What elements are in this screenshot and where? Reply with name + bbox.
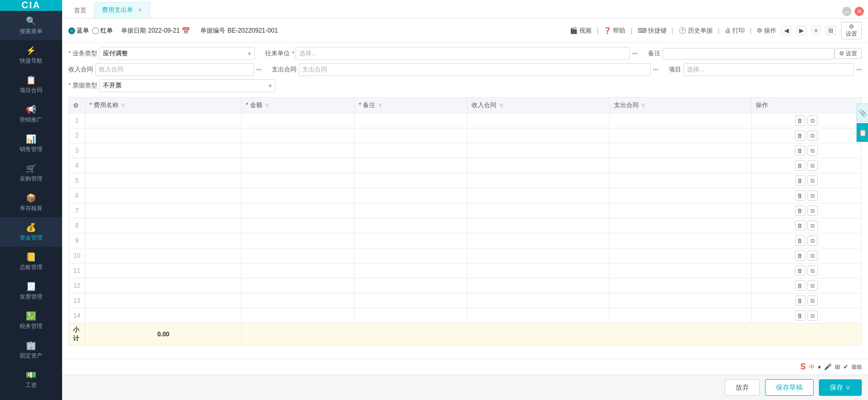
cell-income-contract[interactable] <box>467 248 609 263</box>
cell-income-contract[interactable] <box>467 128 609 143</box>
row-copy-button[interactable]: ⧉ <box>807 250 818 261</box>
nav-right[interactable]: ▶ <box>797 26 806 35</box>
cell-expense-contract[interactable] <box>609 233 751 248</box>
row-copy-button[interactable]: ⧉ <box>807 280 818 291</box>
shortcut-action[interactable]: ⌨ 快捷键 <box>638 26 667 35</box>
sidebar-item-operations[interactable]: 📈 经营管理 <box>0 394 62 400</box>
row-delete-button[interactable]: 🗑 <box>795 145 805 156</box>
sidebar-item-project[interactable]: 📋 项目合同 <box>0 70 62 99</box>
save-draft-button[interactable]: 保存草稿 <box>765 379 814 396</box>
row-copy-button[interactable]: ⧉ <box>807 295 818 306</box>
cell-expense-contract[interactable] <box>609 218 751 233</box>
sidebar-item-tax[interactable]: 💹 税务管理 <box>0 306 62 335</box>
cell-income-contract[interactable] <box>467 308 609 323</box>
cell-name[interactable] <box>85 188 242 203</box>
table-settings-col[interactable]: ⚙ <box>69 98 85 113</box>
cell-note[interactable] <box>355 278 467 293</box>
footer-icon-s[interactable]: S <box>800 362 806 372</box>
cell-note[interactable] <box>355 233 467 248</box>
cell-note[interactable] <box>355 158 467 173</box>
calendar-icon[interactable]: 📅 <box>182 27 190 35</box>
footer-icon-grid2[interactable]: ⊞⊞ <box>851 363 862 371</box>
cell-amount[interactable] <box>242 233 355 248</box>
window-minimize-button[interactable]: — <box>842 7 851 16</box>
cell-expense-contract[interactable] <box>609 248 751 263</box>
cell-income-contract[interactable] <box>467 158 609 173</box>
row-copy-button[interactable]: ⧉ <box>807 265 818 276</box>
cell-note[interactable] <box>355 248 467 263</box>
row-copy-button[interactable]: ⧉ <box>807 205 818 216</box>
row-delete-button[interactable]: 🗑 <box>795 220 805 231</box>
sidebar-item-search[interactable]: 🔍 搜索菜单 <box>0 11 62 40</box>
cell-note[interactable] <box>355 128 467 143</box>
sort-expense[interactable]: ⇅ <box>641 103 645 108</box>
row-delete-button[interactable]: 🗑 <box>795 235 805 246</box>
sort-note[interactable]: ⇅ <box>378 103 382 108</box>
income-contract-more[interactable]: ••• <box>256 67 262 72</box>
row-copy-button[interactable]: ⧉ <box>807 130 818 141</box>
cell-amount[interactable] <box>242 248 355 263</box>
sidebar-item-inventory[interactable]: 📦 库存核算 <box>0 188 62 217</box>
red-radio-label[interactable]: 红单 <box>92 26 113 35</box>
cell-income-contract[interactable] <box>467 188 609 203</box>
row-delete-button[interactable]: 🗑 <box>795 295 805 306</box>
cell-income-contract[interactable] <box>467 233 609 248</box>
cell-income-contract[interactable] <box>467 113 609 128</box>
cell-note[interactable] <box>355 308 467 323</box>
footer-icon-check[interactable]: ✔ <box>843 363 848 371</box>
sidebar-item-assets[interactable]: 🏢 固定资产 <box>0 335 62 365</box>
help-btn[interactable]: ❓ 帮助 <box>604 26 625 35</box>
footer-icon-diamond[interactable]: ♦ <box>818 363 821 371</box>
cell-amount[interactable] <box>242 188 355 203</box>
tab-home[interactable]: 首页 <box>66 3 94 18</box>
footer-icon-zhong[interactable]: 中 <box>809 363 815 371</box>
project-more[interactable]: ••• <box>856 67 862 72</box>
cell-amount[interactable] <box>242 278 355 293</box>
sidebar-item-purchase[interactable]: 🛒 采购管理 <box>0 158 62 188</box>
blue-radio-label[interactable]: 蓝单 <box>68 26 89 35</box>
red-radio[interactable] <box>92 27 99 34</box>
cell-expense-contract[interactable] <box>609 293 751 308</box>
cell-income-contract[interactable] <box>467 173 609 188</box>
cell-name[interactable] <box>85 113 242 128</box>
row-copy-button[interactable]: ⧉ <box>807 160 818 171</box>
cell-expense-contract[interactable] <box>609 203 751 218</box>
cell-expense-contract[interactable] <box>609 143 751 158</box>
cell-note[interactable] <box>355 218 467 233</box>
cell-income-contract[interactable] <box>467 278 609 293</box>
side-action-2[interactable]: 📋 <box>857 123 868 142</box>
cell-note[interactable] <box>355 173 467 188</box>
cell-name[interactable] <box>85 128 242 143</box>
cell-income-contract[interactable] <box>467 263 609 278</box>
cell-amount[interactable] <box>242 113 355 128</box>
note-input[interactable] <box>663 48 834 60</box>
row-delete-button[interactable]: 🗑 <box>795 160 805 171</box>
row-delete-button[interactable]: 🗑 <box>795 190 805 201</box>
sidebar-item-capital[interactable]: 💰 资金管理 <box>0 217 62 247</box>
cell-name[interactable] <box>85 203 242 218</box>
row-delete-button[interactable]: 🗑 <box>795 115 805 126</box>
cell-note[interactable] <box>355 203 467 218</box>
invoice-type-dropdown[interactable]: 不开票 ▾ <box>99 79 275 92</box>
cell-amount[interactable] <box>242 128 355 143</box>
set-btn-2[interactable]: ⚙ 设置 <box>834 48 862 59</box>
cell-name[interactable] <box>85 308 242 323</box>
cell-amount[interactable] <box>242 218 355 233</box>
partner-input[interactable]: 选择... <box>296 47 630 60</box>
expense-contract-more[interactable]: ••• <box>653 67 658 72</box>
project-input[interactable]: 选择... <box>683 63 855 76</box>
cell-income-contract[interactable] <box>467 203 609 218</box>
row-delete-button[interactable]: 🗑 <box>795 250 805 261</box>
cell-income-contract[interactable] <box>467 143 609 158</box>
help-action[interactable]: | <box>597 27 598 34</box>
video-action[interactable]: 🎬 视频 <box>570 26 592 35</box>
cell-expense-contract[interactable] <box>609 308 751 323</box>
row-copy-button[interactable]: ⧉ <box>807 175 818 186</box>
row-copy-button[interactable]: ⧉ <box>807 235 818 246</box>
side-action-1[interactable]: 📎 <box>857 103 868 122</box>
row-copy-button[interactable]: ⧉ <box>807 145 818 156</box>
row-copy-button[interactable]: ⧉ <box>807 115 818 126</box>
cell-note[interactable] <box>355 113 467 128</box>
row-delete-button[interactable]: 🗑 <box>795 175 805 186</box>
nav-left[interactable]: ◀ <box>782 26 791 35</box>
